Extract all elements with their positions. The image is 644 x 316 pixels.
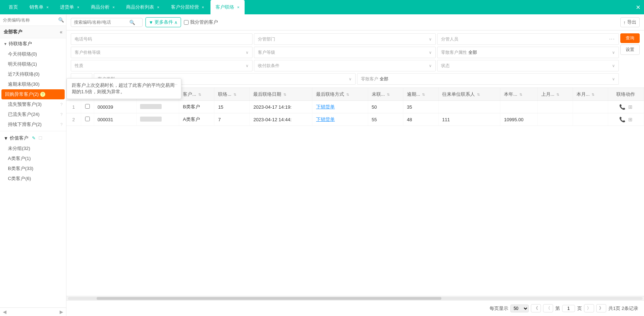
sort-contact[interactable]: ⇅ — [233, 93, 236, 96]
sidebar-item-b-class[interactable]: B类客户(33) — [0, 164, 66, 174]
table-row: 1 000039 B类客户 — [66, 101, 644, 113]
sort-lastmonth[interactable]: ⇅ — [556, 93, 559, 96]
sidebar-collapse-btn[interactable]: « — [60, 29, 62, 35]
row2-lastway[interactable]: 下销货单 — [312, 113, 368, 126]
sidebar-group-value[interactable]: ▼ 价值客户 ✎ ☐ — [0, 133, 66, 143]
page-label: 第 — [555, 305, 560, 312]
row1-checkbox[interactable] — [85, 104, 90, 109]
more-filters-button[interactable]: ▼ 更多条件 ∧ — [145, 17, 181, 27]
filter-dept[interactable]: 分管部门 ∨ — [254, 33, 436, 45]
per-page-select[interactable]: 50 100 200 — [510, 305, 529, 312]
filter-retail-attr[interactable]: 零散客户属性 全部 ∨ — [437, 47, 619, 58]
horizontal-scrollbar[interactable] — [66, 296, 644, 300]
filter-price-level[interactable]: 客户价格等级 ∨ — [71, 47, 252, 58]
sidebar-item-overdue[interactable]: 逾期未联络(30) — [0, 79, 66, 89]
tooltip-close[interactable]: ··· — [173, 81, 177, 87]
sidebar-item-declining[interactable]: 持续下滑客户(2) ? — [0, 119, 66, 129]
edit-icon[interactable]: ✎ — [32, 136, 36, 141]
close-product-list-tab[interactable]: × — [157, 5, 159, 9]
export-button[interactable]: ↑ 导出 — [620, 17, 640, 27]
filter-status[interactable]: 状态 ∨ — [437, 60, 619, 71]
tab-customer-contact[interactable]: 客户联络 × — [210, 0, 244, 14]
sidebar-item-churned[interactable]: 已流失客户(24) ? — [0, 109, 66, 119]
tab-customer-layer[interactable]: 客户分层经营 × — [166, 0, 209, 14]
sidebar-item-c-class[interactable]: C类客户(6) — [0, 174, 66, 184]
row2-phone-icon[interactable]: 📞 — [619, 117, 625, 122]
page-number-input[interactable] — [562, 305, 575, 312]
sort-lastdate[interactable]: ⇅ — [283, 93, 286, 96]
sidebar-item-7days[interactable]: 近7天待联络(0) — [0, 69, 66, 79]
next-page-btn[interactable]: 〉 — [584, 304, 594, 312]
row2-grid-icon[interactable]: ⊞ — [628, 117, 633, 122]
sort-nocontact[interactable]: ⇅ — [387, 93, 390, 96]
filter-container: 电话号码 分管部门 ∨ 分管人员 ··· — [71, 33, 640, 85]
close-product-analysis-tab[interactable]: × — [112, 5, 115, 9]
scroll-thumb[interactable] — [97, 297, 441, 300]
filter-person[interactable]: 分管人员 ··· — [437, 33, 619, 45]
retail-attr-arrow: ∨ — [612, 50, 615, 55]
sidebar: 🔍 全部客户 « ▼ 待联络客户 今天待联络(0) 明天待联络(1) 近7天待联… — [0, 14, 66, 316]
filter-nature[interactable]: 性质 ∨ — [71, 60, 252, 71]
my-customers-checkbox-label[interactable]: 我分管的客户 — [184, 19, 218, 25]
sidebar-search-input[interactable] — [3, 18, 57, 23]
sort-thisyear[interactable]: ⇅ — [519, 93, 522, 96]
row1-phone-icon[interactable]: 📞 — [619, 104, 625, 110]
sidebar-right-arrow[interactable]: ▶ — [60, 309, 63, 315]
sort-unitcontact[interactable]: ⇅ — [477, 93, 480, 96]
sidebar-left-arrow[interactable]: ◀ — [3, 309, 6, 315]
col-header-contact: 联络... ⇅ — [214, 88, 250, 101]
search-input[interactable] — [74, 20, 128, 25]
window-close-button[interactable]: ✕ — [636, 0, 640, 14]
sort-overdue[interactable]: ⇅ — [422, 93, 425, 96]
tab-product-list[interactable]: 商品分析列表 × — [121, 0, 164, 14]
sort-level[interactable]: ⇅ — [198, 93, 201, 96]
sidebar-item-churn-warning[interactable]: 流失预警客户(3) ? — [0, 99, 66, 109]
sort-thismonth[interactable]: ⇅ — [592, 93, 594, 96]
chevron-down-icon: ∧ — [174, 20, 178, 25]
row1-name — [136, 101, 179, 113]
filter-row-3: 性质 ∨ 收付款条件 ∨ 状态 ∨ — [71, 60, 619, 71]
last-page-btn[interactable]: 》 — [596, 304, 606, 312]
sidebar-item-repurchase-abnormal[interactable]: 回购异常客户(2) ? — [1, 89, 65, 99]
person-dots: ··· — [609, 36, 615, 42]
query-button[interactable]: 查询 — [620, 33, 640, 43]
settings-button[interactable]: 设置 — [620, 44, 640, 55]
search-icon[interactable]: 🔍 — [129, 20, 135, 25]
close-purchase-tab[interactable]: × — [77, 5, 79, 9]
row1-check[interactable] — [81, 101, 94, 113]
total-info: 共1页 2条记录 — [608, 305, 638, 312]
customer-level-arrow: ∨ — [429, 50, 432, 55]
scroll-track — [68, 297, 643, 300]
filter-phone[interactable]: 电话号码 — [71, 33, 252, 45]
row1-lastway[interactable]: 下销货单 — [312, 101, 368, 113]
row2-overdue: 48 — [403, 113, 438, 126]
sidebar-item-ungrouped[interactable]: 未分组(32) — [0, 143, 66, 154]
tab-home[interactable]: 首页 — [4, 0, 23, 14]
sort-lastway[interactable]: ⇅ — [346, 93, 349, 96]
close-sales-tab[interactable]: × — [46, 5, 48, 9]
my-customers-checkbox[interactable] — [184, 20, 189, 25]
tab-product-analysis[interactable]: 商品分析 × — [86, 0, 120, 14]
close-customer-contact-tab[interactable]: × — [237, 5, 239, 9]
first-page-btn[interactable]: 《 — [531, 304, 541, 312]
row2-contact: 7 — [214, 113, 250, 126]
tab-sales[interactable]: 销售单 × — [24, 0, 54, 14]
filter-customer-level[interactable]: 客户等级 ∨ — [254, 47, 436, 58]
prev-page-btn[interactable]: 〈 — [543, 304, 553, 312]
row1-action-icons: 📞 ⊞ — [612, 104, 640, 110]
table-row: 2 000031 A类客户 — [66, 113, 644, 126]
sidebar-item-tomorrow[interactable]: 明天待联络(1) — [0, 59, 66, 69]
row2-check[interactable] — [81, 113, 94, 126]
sidebar-item-today[interactable]: 今天待联络(0) — [0, 49, 66, 59]
row1-grid-icon[interactable]: ⊞ — [628, 104, 633, 110]
filter-retail-customer[interactable]: 零散客户 全部 ∨ — [357, 73, 619, 85]
status-arrow: ∨ — [612, 63, 615, 68]
sidebar-item-a-class[interactable]: A类客户(1) — [0, 154, 66, 164]
tab-purchase[interactable]: 进货单 × — [55, 0, 84, 14]
sidebar-group-pending[interactable]: ▼ 待联络客户 — [0, 38, 66, 49]
sidebar-search-icon[interactable]: 🔍 — [58, 17, 64, 23]
close-customer-layer-tab[interactable]: × — [202, 5, 204, 9]
row2-checkbox[interactable] — [85, 117, 90, 121]
filter-payment[interactable]: 收付款条件 ∨ — [254, 60, 436, 71]
col-header-actions: 联络动作 — [608, 88, 644, 101]
